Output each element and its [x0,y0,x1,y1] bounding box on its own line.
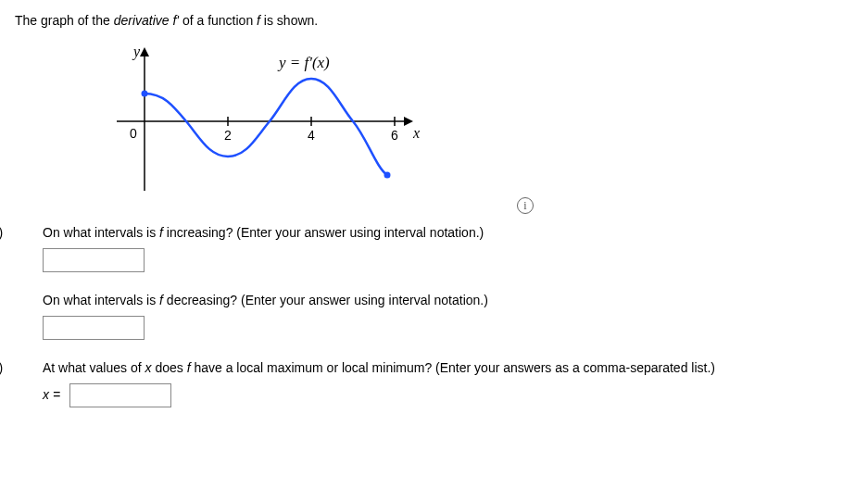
q-b-rest: have a local maximum or local minimum? (… [191,360,715,375]
q-b-mid: does [152,360,187,375]
tick-label-4: 4 [308,128,315,143]
intro-text: The graph of the derivative f' of a func… [15,11,853,31]
intro-mid: of a function [179,13,257,28]
graph-title: y = f'(x) [277,54,330,71]
intro-prefix: The graph of the [15,13,114,28]
q-a1-rest: increasing? (Enter your answer using int… [163,225,484,240]
q-b-prefix: At what values of [43,360,145,375]
info-icon[interactable]: i [517,197,534,214]
intro-deriv: derivative f' [114,13,179,28]
y-axis-arrow [140,47,149,56]
q-b-x: x [145,360,152,375]
y-axis-label: y [132,44,141,60]
eq-label-x: x = [43,387,60,402]
info-icon-label: i [523,199,526,212]
answer-a1-input[interactable] [43,248,145,272]
curve-end-dot [384,172,391,179]
part-b-label: (b) [15,358,43,378]
derivative-graph: y x 0 2 4 6 y = f'(x) [98,38,432,214]
x-axis-label: x [412,125,420,141]
part-a: (a)On what intervals is f increasing? (E… [15,223,853,340]
tick-label-6: 6 [391,128,398,143]
q-a2-prefix: On what intervals is [43,293,159,307]
origin-label: 0 [130,126,137,141]
part-b: (b)At what values of x does f have a loc… [15,358,853,407]
graph-container: y x 0 2 4 6 y = f'(x) i [98,38,432,214]
answer-b-input[interactable] [69,383,171,407]
q-a1-prefix: On what intervals is [43,225,159,240]
part-a-label: (a) [15,223,43,243]
tick-label-2: 2 [224,128,232,143]
fprime-curve [145,79,387,175]
q-a2-rest: decreasing? (Enter your answer using int… [163,293,488,307]
intro-end: is shown. [260,13,318,28]
x-axis-arrow [404,117,413,126]
curve-start-dot [142,91,148,97]
answer-a2-input[interactable] [43,316,145,340]
